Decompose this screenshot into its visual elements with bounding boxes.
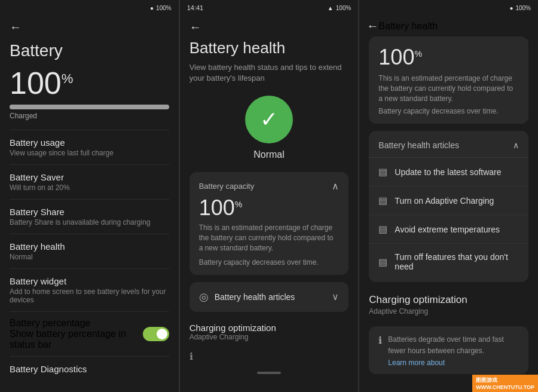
menu-item-usage-subtitle: View usage since last full charge <box>10 149 169 157</box>
article-text-2: Avoid extreme temperatures <box>395 225 500 234</box>
menu-item-percentage[interactable]: Battery percentage Show battery percenta… <box>10 312 169 356</box>
menu-item-diagnostics-title: Battery Diagnostics <box>10 364 169 374</box>
charging-opt-title-3: Charging optimization <box>369 294 528 306</box>
signal-icon-3: ● <box>509 5 513 11</box>
status-icons-1: ● 100% <box>150 5 172 11</box>
menu-item-health-title: Battery health <box>10 241 169 252</box>
article-doc-icon-2: ▤ <box>378 223 387 235</box>
article-doc-icon-1: ▤ <box>378 195 387 206</box>
status-icons-3: ● 100% <box>509 5 531 11</box>
menu-item-saver[interactable]: Battery Saver Will turn on at 20% <box>10 165 169 199</box>
articles-section-title: Battery health articles <box>378 140 459 150</box>
menu-item-share[interactable]: Battery Share Battery Share is unavailab… <box>10 200 169 234</box>
menu-item-usage-title: Battery usage <box>10 137 169 148</box>
page-subtitle-2: View battery health status and tips to e… <box>189 62 349 84</box>
status-bar-2: 14:41 ▲ 100% <box>180 0 359 16</box>
back-button-3[interactable]: ← <box>366 19 378 33</box>
article-doc-icon-0: ▤ <box>378 166 387 177</box>
screen2-content: Battery health View battery health statu… <box>180 39 359 392</box>
check-mark-icon: ✓ <box>260 107 278 132</box>
charging-section: Charging optimization Adaptive Charging <box>369 289 528 326</box>
menu-item-widget-title: Battery widget <box>10 276 169 286</box>
page-title-2: Battery health <box>189 39 349 57</box>
health-status-icon: ✓ <box>245 96 293 143</box>
health-status-label: Normal <box>189 149 349 160</box>
capacity-card-chevron: ∧ <box>332 180 339 192</box>
battery-progress-fill <box>10 105 169 109</box>
article-item-3[interactable]: ▤ Turn off features that you don't need <box>369 244 528 280</box>
menu-item-health-subtitle: Normal <box>10 253 169 261</box>
toolbar-3: ← Battery health <box>359 16 538 36</box>
info-icon-2: ℹ <box>189 351 193 362</box>
screen1-battery: ● 100% ← Battery 100% Charged Battery us… <box>0 0 179 392</box>
battery-icon-2: 100% <box>336 5 351 11</box>
screen3-header-note: Battery capacity decreases over time. <box>378 107 519 115</box>
menu-item-health[interactable]: Battery health Normal <box>10 234 169 268</box>
capacity-percent: 100% <box>199 195 340 220</box>
info-row-2: ℹ <box>189 345 349 368</box>
screen3-content: 100% This is an estimated percentage of … <box>359 36 538 392</box>
screen2-battery-health: 14:41 ▲ 100% ← Battery health View batte… <box>179 0 360 392</box>
capacity-note: Battery capacity decreases over time. <box>199 258 340 267</box>
article-text-0: Update to the latest software <box>395 167 501 177</box>
status-bar-3: ● 100% <box>359 0 538 16</box>
back-button-2[interactable]: ← <box>189 20 201 34</box>
battery-percent-1: 100% <box>10 68 169 99</box>
menu-item-share-title: Battery Share <box>10 207 169 217</box>
battery-icon-3: 100% <box>515 5 531 11</box>
toolbar-title-3: Battery health <box>378 21 438 32</box>
battery-icon: 100% <box>156 5 172 11</box>
article-doc-icon-3: ▤ <box>378 256 387 268</box>
screen3-header-percent: 100% <box>378 45 519 70</box>
watermark: 图图游戏WWW.CHENTUTU.TOP <box>472 375 538 392</box>
menu-item-diagnostics[interactable]: Battery Diagnostics <box>10 357 169 381</box>
menu-item-share-subtitle: Battery Share is unavailable during char… <box>10 218 169 226</box>
status-time-2: 14:41 <box>187 4 204 11</box>
back-button-1[interactable]: ← <box>10 20 22 34</box>
articles-icon: ◎ <box>199 290 209 304</box>
menu-item-saver-subtitle: Will turn on at 20% <box>10 183 169 192</box>
toolbar-2: ← <box>180 16 359 39</box>
info-card-3: ℹ Batteries degrade over time and fast f… <box>369 326 528 374</box>
articles-section-header[interactable]: Battery health articles ∧ <box>369 133 528 158</box>
articles-section: Battery health articles ∧ ▤ Update to th… <box>369 131 528 282</box>
capacity-description: This is an estimated percentage of charg… <box>199 223 340 253</box>
menu-item-percentage-subtitle: Show battery percentage in status bar <box>10 329 143 350</box>
capacity-card-title: Battery capacity <box>199 182 255 191</box>
toolbar-1: ← <box>0 16 179 39</box>
battery-percentage-toggle[interactable] <box>143 327 169 341</box>
learn-more-link[interactable]: Learn more about <box>388 359 519 367</box>
screen1-content: Battery 100% Charged Battery usage View … <box>0 39 179 392</box>
screen3-header-card: 100% This is an estimated percentage of … <box>369 36 528 124</box>
charging-opt-subtitle: Adaptive Charging <box>189 333 349 341</box>
articles-collapse-icon: ∧ <box>513 140 519 150</box>
status-bar-1: ● 100% <box>0 0 179 16</box>
article-item-2[interactable]: ▤ Avoid extreme temperatures <box>369 215 528 244</box>
screen3-articles: ● 100% ← Battery health 100% This is an … <box>359 0 538 392</box>
info-card-text: Batteries degrade over time and fast few… <box>388 335 503 355</box>
home-indicator-2 <box>257 372 281 374</box>
menu-item-widget-subtitle: Add to home screen to see battery levels… <box>10 287 169 304</box>
charging-optimization[interactable]: Charging optimization Adaptive Charging <box>189 319 349 345</box>
screen3-header-desc: This is an estimated percentage of charg… <box>378 74 519 103</box>
article-item-0[interactable]: ▤ Update to the latest software <box>369 158 528 186</box>
info-icon-3: ℹ <box>378 335 382 346</box>
menu-item-saver-title: Battery Saver <box>10 172 169 182</box>
wifi-icon-2: ▲ <box>328 5 334 11</box>
page-title-1: Battery <box>10 39 169 63</box>
menu-item-usage[interactable]: Battery usage View usage since last full… <box>10 130 169 164</box>
charging-opt-subtitle-3: Adaptive Charging <box>369 307 528 316</box>
signal-icon: ● <box>150 5 154 11</box>
charged-label: Charged <box>10 112 169 120</box>
menu-item-widget[interactable]: Battery widget Add to home screen to see… <box>10 269 169 311</box>
article-text-3: Turn off features that you don't need <box>395 252 519 271</box>
articles-chevron-icon: ∨ <box>332 291 339 302</box>
article-text-1: Turn on Adaptive Charging <box>395 196 494 206</box>
article-item-1[interactable]: ▤ Turn on Adaptive Charging <box>369 186 528 215</box>
menu-item-percentage-title: Battery percentage <box>10 318 143 329</box>
articles-card[interactable]: ◎ Battery health articles ∨ <box>189 282 349 312</box>
battery-progress-bar <box>10 105 169 109</box>
status-icons-2: ▲ 100% <box>328 5 351 11</box>
battery-capacity-card[interactable]: Battery capacity ∧ 100% This is an estim… <box>189 172 349 274</box>
charging-opt-title: Charging optimization <box>189 323 349 333</box>
